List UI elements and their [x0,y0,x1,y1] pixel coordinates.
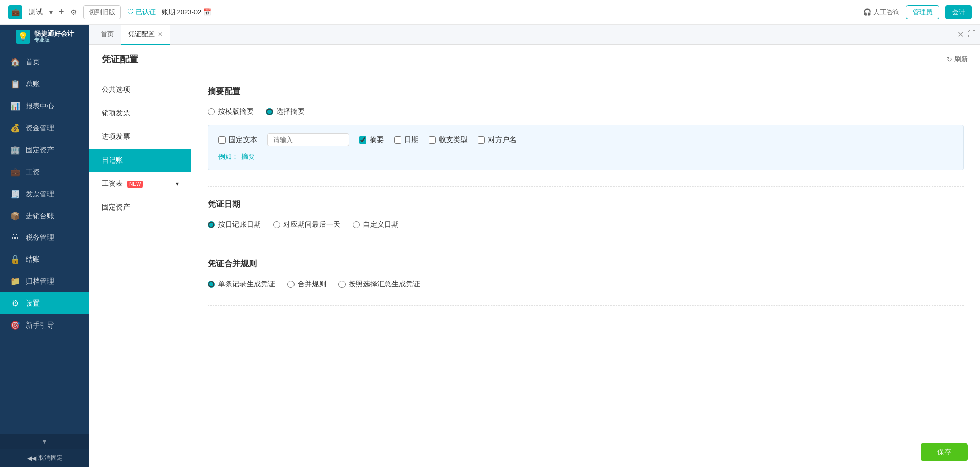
nav-fixed-assets[interactable]: 固定资产 [89,196,191,219]
pay-type-checkbox[interactable] [429,136,436,144]
tab-home[interactable]: 首页 [93,25,121,45]
merge-rule-radio[interactable] [287,281,295,288]
shield-icon: 🛡 [127,8,134,16]
sidebar-item-report[interactable]: 📊 报表中心 [0,95,89,117]
expand-icon[interactable]: ⛶ [968,30,976,39]
merge-single-option[interactable]: 单条记录生成凭证 [208,279,275,289]
date-checkbox[interactable] [394,136,401,144]
sidebar-item-wage[interactable]: 💼 工资 [0,161,89,183]
sidebar-item-ledger[interactable]: 📋 总账 [0,73,89,95]
invoice-icon: 🧾 [10,189,20,199]
sidebar-item-settings[interactable]: ⚙ 设置 [0,292,89,314]
nav-journal[interactable]: 日记账 [89,149,191,172]
sidebar-item-closing[interactable]: 🔒 结账 [0,248,89,270]
save-button[interactable]: 保存 [921,443,968,461]
sidebar-label-wage: 工资 [26,168,40,177]
tab-bar: 首页 凭证配置 ✕ ✕ ⛶ [89,25,980,45]
sidebar: 💡 畅捷通好会计 专业版 🏠 首页 📋 总账 📊 报表中心 💰 资金管理 [0,25,89,467]
summary-options-box: 固定文本 摘要 日期 [208,125,964,170]
tab-bar-actions: ✕ ⛶ [957,30,976,39]
merge-section: 凭证合并规则 单条记录生成凭证 合并规则 [208,259,964,289]
abstract-option[interactable]: 摘要 [359,135,384,145]
date-title: 凭证日期 [208,199,964,210]
closing-icon: 🔒 [10,254,20,264]
divider-2 [208,246,964,246]
abstract-checkbox[interactable] [359,136,366,144]
config-layout: 公共选项 销项发票 进项发票 日记账 工资表 NEW ▾ [89,74,980,437]
admin-button[interactable]: 管理员 [906,5,939,19]
counterpart-checkbox[interactable] [478,136,485,144]
sidebar-label-trade: 进销台账 [26,212,54,221]
sidebar-item-home[interactable]: 🏠 首页 [0,51,89,73]
tax-icon: 🏛 [10,233,20,242]
home-icon: 🏠 [10,57,20,67]
logo-mark: 💡 [16,30,30,44]
fixed-text-option[interactable]: 固定文本 [218,135,257,145]
add-button[interactable]: + [59,7,64,17]
fixed-text-input[interactable] [267,133,349,146]
page-header: 凭证配置 ↻ 刷新 [89,45,980,74]
settings-icon[interactable]: ⚙ [70,8,77,16]
nav-public[interactable]: 公共选项 [89,78,191,102]
refresh-btn[interactable]: ↻ 刷新 [947,55,968,64]
sidebar-item-archive[interactable]: 📁 归档管理 [0,270,89,292]
tab-config[interactable]: 凭证配置 ✕ [121,25,170,45]
sidebar-item-tax[interactable]: 🏛 税务管理 [0,227,89,248]
date-period-last-radio[interactable] [273,221,280,228]
nav-purchase[interactable]: 进项发票 [89,125,191,149]
divider-1 [208,186,964,187]
fixed-text-checkbox[interactable] [218,136,226,144]
archive-icon: 📁 [10,276,20,286]
merge-rule-option[interactable]: 合并规则 [287,279,326,289]
summary-template-radio[interactable] [208,108,215,115]
merge-select-option[interactable]: 按照选择汇总生成凭证 [338,279,420,289]
sidebar-label-report: 报表中心 [26,102,54,111]
scroll-down-btn[interactable]: ▼ [0,434,89,449]
sidebar-label-invoice: 发票管理 [26,190,54,199]
summary-select-option[interactable]: 选择摘要 [266,107,305,116]
nav-payroll[interactable]: 工资表 NEW ▾ [89,172,191,196]
merge-select-radio[interactable] [338,281,346,288]
sidebar-item-fund[interactable]: 💰 资金管理 [0,117,89,139]
summary-sub-options: 固定文本 摘要 日期 [218,133,953,146]
summary-template-option[interactable]: 按模版摘要 [208,107,254,116]
date-journal-option[interactable]: 按日记账日期 [208,220,261,229]
cancel-fixed-btn[interactable]: ◀◀ 取消固定 [0,449,89,467]
sidebar-item-guide[interactable]: 🎯 新手引导 [0,314,89,336]
date-option[interactable]: 日期 [394,135,419,145]
date-journal-radio[interactable] [208,221,215,228]
sidebar-label-tax: 税务管理 [26,233,54,242]
tab-close-icon[interactable]: ✕ [158,31,163,38]
switch-old-btn[interactable]: 切到旧版 [83,5,121,19]
sidebar-item-invoice[interactable]: 🧾 发票管理 [0,183,89,205]
page-title: 凭证配置 [102,53,138,65]
summary-select-radio[interactable] [266,108,273,115]
config-right: 摘要配置 按模版摘要 选择摘要 [191,74,980,437]
accountant-button[interactable]: 会计 [945,5,972,19]
tab-config-label: 凭证配置 [128,30,155,39]
sidebar-item-trade[interactable]: 📦 进销台账 [0,205,89,227]
sidebar-label-home: 首页 [26,58,40,67]
calendar-icon[interactable]: 📅 [203,8,211,16]
sidebar-label-closing: 结账 [26,255,40,264]
date-period-last-option[interactable]: 对应期间最后一天 [273,220,340,229]
period-info: 账期 2023-02 📅 [162,8,212,17]
sidebar-item-assets[interactable]: 🏢 固定资产 [0,139,89,161]
pay-type-option[interactable]: 收支类型 [429,135,468,145]
nav-sales[interactable]: 销项发票 [89,102,191,125]
close-window-icon[interactable]: ✕ [957,30,964,39]
company-name: 测试 [29,8,43,17]
merge-single-radio[interactable] [208,281,215,288]
counterpart-option[interactable]: 对方户名 [478,135,517,145]
top-header: 💼 测试 ▾ + ⚙ 切到旧版 🛡 已认证 账期 2023-02 📅 🎧 人工咨… [0,0,980,25]
date-custom-radio[interactable] [353,221,360,228]
certified-badge: 🛡 已认证 [127,8,156,17]
consult-btn[interactable]: 🎧 人工咨询 [863,8,900,17]
sidebar-label-settings: 设置 [26,299,40,308]
merge-radio-group: 单条记录生成凭证 合并规则 按照选择汇总生成凭证 [208,279,964,289]
date-custom-option[interactable]: 自定义日期 [353,220,399,229]
expand-icon-payroll[interactable]: ▾ [176,180,179,188]
page-content: 凭证配置 ↻ 刷新 公共选项 销项发票 进项发票 [89,45,980,467]
footer-bar: 保存 [89,437,980,467]
dropdown-icon[interactable]: ▾ [49,8,53,16]
